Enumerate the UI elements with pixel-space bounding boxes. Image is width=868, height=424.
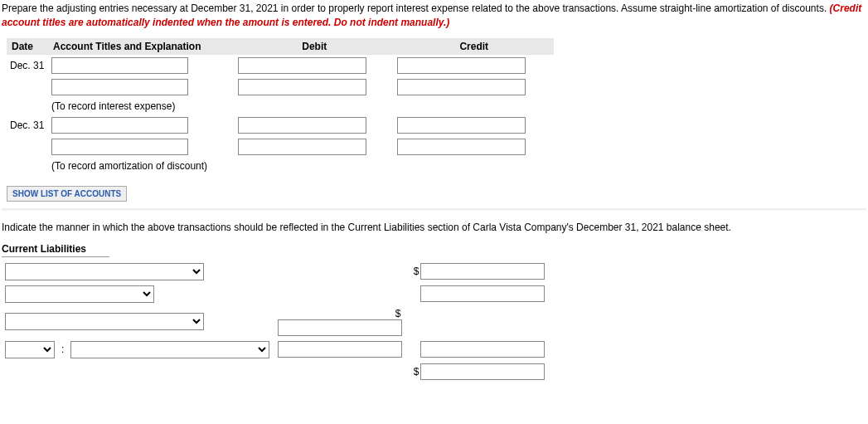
debit-input[interactable] — [238, 139, 366, 155]
liab-row: : — [2, 339, 555, 361]
credit-input[interactable] — [397, 79, 526, 95]
journal-row: Dec. 31 — [7, 115, 554, 136]
colon: : — [61, 344, 64, 355]
journal-caption-row: (To record amortization of discount) — [7, 158, 554, 174]
instruction-text: Prepare the adjusting entries necessary … — [2, 2, 866, 30]
journal-row: Dec. 31 — [7, 55, 554, 76]
current-liabilities-table: $ $ : $ — [2, 261, 555, 383]
show-list-of-accounts-button[interactable]: SHOW LIST OF ACCOUNTS — [7, 186, 127, 202]
col-account: Account Titles and Explanation — [48, 38, 235, 55]
liab-amount-1[interactable] — [420, 263, 545, 280]
liab-row: $ — [2, 305, 555, 339]
liab-amount-4a[interactable] — [278, 341, 402, 358]
journal-table: Date Account Titles and Explanation Debi… — [7, 38, 554, 174]
debit-input[interactable] — [238, 79, 366, 95]
liab-amount-4b[interactable] — [420, 341, 545, 358]
account-input[interactable] — [51, 117, 188, 134]
current-liabilities-heading: Current Liabilities — [2, 241, 109, 257]
journal-header-row: Date Account Titles and Explanation Debi… — [7, 38, 554, 55]
date-cell: Dec. 31 — [7, 115, 48, 136]
liab-amount-2[interactable] — [420, 285, 545, 302]
liab-total[interactable] — [420, 363, 545, 380]
liab-select-4a[interactable] — [5, 341, 55, 358]
date-cell — [7, 76, 48, 98]
liab-row — [2, 283, 555, 305]
dollar-sign: $ — [409, 266, 419, 277]
instruction-plain: Prepare the adjusting entries necessary … — [2, 2, 830, 14]
liab-amount-3a[interactable] — [278, 319, 402, 336]
dollar-sign: $ — [390, 308, 400, 319]
credit-input[interactable] — [397, 117, 526, 134]
liab-row: $ — [2, 261, 555, 283]
col-debit: Debit — [235, 38, 395, 55]
account-input[interactable] — [51, 79, 188, 95]
liab-select-1[interactable] — [5, 263, 204, 280]
credit-input[interactable] — [397, 139, 526, 155]
section2-prompt: Indicate the manner in which the above t… — [2, 222, 866, 233]
liab-select-2[interactable] — [5, 285, 154, 303]
debit-input[interactable] — [238, 117, 366, 134]
credit-input[interactable] — [397, 57, 526, 74]
caption-text: (To record interest expense) — [48, 98, 554, 115]
date-cell — [7, 136, 48, 158]
dollar-sign: $ — [409, 366, 419, 378]
journal-caption-row: (To record interest expense) — [7, 98, 554, 115]
account-input[interactable] — [51, 139, 188, 155]
journal-row — [7, 136, 554, 158]
col-credit: Credit — [394, 38, 554, 55]
date-cell: Dec. 31 — [7, 55, 48, 76]
caption-text: (To record amortization of discount) — [48, 158, 554, 174]
journal-row — [7, 76, 554, 98]
col-date: Date — [7, 38, 48, 55]
section-divider — [2, 208, 866, 212]
liab-select-4b[interactable] — [70, 341, 269, 358]
liab-select-3[interactable] — [5, 313, 204, 330]
liab-total-row: $ — [2, 361, 555, 383]
debit-input[interactable] — [238, 57, 366, 74]
account-input[interactable] — [51, 57, 188, 74]
